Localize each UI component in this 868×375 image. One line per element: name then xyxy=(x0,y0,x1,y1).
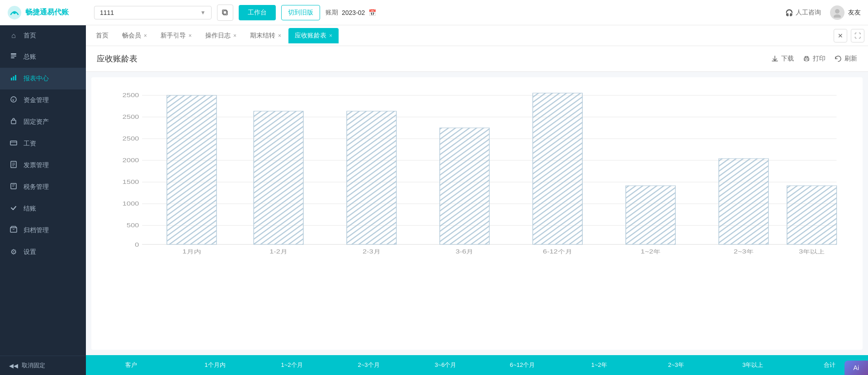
home-icon: ⌂ xyxy=(9,32,18,40)
company-selector[interactable]: 1111 ▼ xyxy=(94,6,212,19)
settings-icon: ⚙ xyxy=(9,248,18,256)
tabs-actions: ✕ ⛶ xyxy=(834,29,864,42)
page-title: 应收账龄表 xyxy=(97,53,137,64)
tab-period-end[interactable]: 期末结转 × xyxy=(244,28,288,43)
svg-rect-20 xyxy=(805,59,808,61)
ai-badge-label: Ai xyxy=(854,364,859,371)
archive-icon xyxy=(9,226,18,235)
user-name: 友友 xyxy=(848,9,861,17)
col-6-12month: 6~12个月 xyxy=(484,361,561,369)
tab-oplog-close[interactable]: × xyxy=(233,33,236,39)
chart-container: 2500 2500 2500 2000 1500 1000 500 0 xyxy=(91,77,863,350)
svg-rect-44 xyxy=(440,128,490,244)
col-1month: 1个月内 xyxy=(177,361,254,369)
sidebar-item-payroll[interactable]: 工资 xyxy=(0,133,86,155)
col-2-3month: 2~3个月 xyxy=(330,361,407,369)
sidebar: ⌂ 首页 总账 报表中心 ¥ 资金管理 xyxy=(0,25,86,375)
svg-rect-10 xyxy=(13,76,14,80)
print-label: 打印 xyxy=(813,55,826,63)
sidebar-item-invoices[interactable]: 发票管理 xyxy=(0,155,86,176)
col-2-3year: 2~3年 xyxy=(637,361,714,369)
sidebar-footer[interactable]: ◀◀ 取消固定 xyxy=(0,356,86,375)
sidebar-label-tax: 税务管理 xyxy=(24,183,49,191)
print-button[interactable]: 打印 xyxy=(803,55,826,63)
support-button[interactable]: 🎧 人工咨询 xyxy=(785,9,821,17)
logo-icon xyxy=(7,5,22,20)
top-header: 畅捷通易代账 1111 ▼ 工作台 切到旧版 账期 2023-02 📅 🎧 人工… xyxy=(0,0,868,25)
payroll-icon xyxy=(9,139,18,148)
svg-rect-18 xyxy=(10,228,17,232)
sidebar-item-tax[interactable]: 税务管理 xyxy=(0,176,86,198)
calendar-icon[interactable]: 📅 xyxy=(368,9,376,16)
logo-text: 畅捷通易代账 xyxy=(25,8,69,17)
support-label: 人工咨询 xyxy=(796,9,821,17)
svg-text:2-3月: 2-3月 xyxy=(363,248,381,254)
ledger-icon xyxy=(9,52,18,61)
header-right: 🎧 人工咨询 友友 xyxy=(785,5,861,20)
svg-text:2~3年: 2~3年 xyxy=(734,248,754,254)
sidebar-item-home[interactable]: ⌂ 首页 xyxy=(0,25,86,46)
svg-text:1-2月: 1-2月 xyxy=(269,248,288,254)
tab-aging[interactable]: 应收账龄表 × xyxy=(288,28,339,43)
svg-rect-14 xyxy=(11,120,16,124)
sidebar-item-ledger[interactable]: 总账 xyxy=(0,46,86,68)
workbench-button[interactable]: 工作台 xyxy=(239,5,276,20)
page-actions: 下载 打印 刷新 xyxy=(771,55,857,63)
svg-point-5 xyxy=(834,14,841,18)
svg-text:¥: ¥ xyxy=(12,98,14,102)
tab-oplog-label: 操作日志 xyxy=(205,32,231,40)
svg-text:3-6月: 3-6月 xyxy=(456,248,474,254)
download-icon xyxy=(771,55,778,62)
svg-rect-7 xyxy=(11,56,16,56)
tabs-bar: 首页 畅会员 × 新手引导 × 操作日志 × 期末结转 × 应收账龄表 × xyxy=(86,25,868,46)
tab-guide[interactable]: 新手引导 × xyxy=(154,28,198,43)
funds-icon: ¥ xyxy=(9,96,18,105)
invoices-icon xyxy=(9,161,18,170)
sidebar-label-payroll: 工资 xyxy=(24,140,36,148)
main-layout: ⌂ 首页 总账 报表中心 ¥ 资金管理 xyxy=(0,25,868,375)
sidebar-item-settings[interactable]: ⚙ 设置 xyxy=(0,241,86,262)
download-button[interactable]: 下载 xyxy=(771,55,794,63)
col-3year-plus: 3年以上 xyxy=(714,361,791,369)
svg-text:2500: 2500 xyxy=(123,114,139,120)
svg-rect-46 xyxy=(533,93,582,244)
close-tab-button[interactable]: ✕ xyxy=(834,29,847,42)
tab-period-end-close[interactable]: × xyxy=(278,33,281,39)
switch-old-button[interactable]: 切到旧版 xyxy=(281,5,320,20)
sidebar-item-funds[interactable]: ¥ 资金管理 xyxy=(0,89,86,111)
period-label: 账期 xyxy=(326,9,338,17)
tab-aging-close[interactable]: × xyxy=(329,33,332,39)
tab-guide-label: 新手引导 xyxy=(160,32,186,40)
sidebar-footer-label: 取消固定 xyxy=(22,361,45,370)
tab-member-close[interactable]: × xyxy=(144,33,147,39)
tab-oplog[interactable]: 操作日志 × xyxy=(199,28,243,43)
user-avatar xyxy=(830,5,844,20)
maximize-tab-button[interactable]: ⛶ xyxy=(851,29,864,42)
sidebar-scroll: ⌂ 首页 总账 报表中心 ¥ 资金管理 xyxy=(0,25,86,356)
svg-text:1500: 1500 xyxy=(123,179,139,185)
svg-rect-8 xyxy=(11,57,14,58)
aging-chart: 2500 2500 2500 2000 1500 1000 500 0 xyxy=(105,86,849,258)
pin-icon: ◀◀ xyxy=(9,362,18,369)
copy-button[interactable] xyxy=(217,5,233,21)
sidebar-label-archive: 归档管理 xyxy=(24,226,49,234)
closing-icon xyxy=(9,204,18,213)
svg-rect-42 xyxy=(347,111,396,244)
sidebar-item-reports[interactable]: 报表中心 xyxy=(0,68,86,89)
refresh-button[interactable]: 刷新 xyxy=(835,55,857,63)
sidebar-item-archive[interactable]: 归档管理 xyxy=(0,220,86,241)
tab-member[interactable]: 畅会员 × xyxy=(116,28,153,43)
ai-badge[interactable]: Ai xyxy=(844,361,868,375)
col-1-2year: 1~2年 xyxy=(561,361,637,369)
company-name-text: 1111 xyxy=(100,9,197,16)
refresh-icon xyxy=(835,55,842,62)
download-label: 下载 xyxy=(781,55,794,63)
tab-aging-label: 应收账龄表 xyxy=(295,32,326,40)
sidebar-item-assets[interactable]: 固定资产 xyxy=(0,111,86,133)
sidebar-label-funds: 资金管理 xyxy=(24,96,49,104)
sidebar-item-closing[interactable]: 结账 xyxy=(0,198,86,220)
tab-home[interactable]: 首页 xyxy=(90,28,115,43)
svg-rect-9 xyxy=(11,78,12,80)
user-area[interactable]: 友友 xyxy=(830,5,861,20)
tab-guide-close[interactable]: × xyxy=(189,33,192,39)
